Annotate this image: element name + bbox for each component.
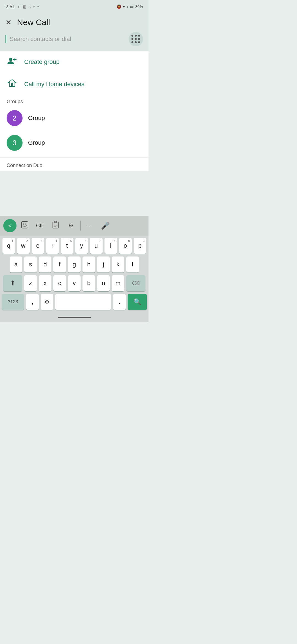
gif-label: GIF bbox=[36, 223, 44, 229]
clipboard-button[interactable] bbox=[48, 219, 63, 233]
call-home-item[interactable]: Call my Home devices bbox=[0, 73, 148, 95]
key-l[interactable]: l bbox=[126, 256, 139, 272]
signal-icon: ↑ bbox=[127, 4, 128, 9]
key-v[interactable]: v bbox=[68, 275, 81, 291]
cursor bbox=[6, 35, 6, 43]
key-row-1: 1 q 2 w 3 e 4 r 5 t 6 y bbox=[2, 238, 147, 254]
clipboard-icon bbox=[52, 221, 59, 230]
content-area: Create group Call my Home devices Groups… bbox=[0, 51, 148, 171]
connect-on-duo-label: Connect on Duo bbox=[0, 157, 148, 171]
svg-rect-4 bbox=[21, 222, 28, 228]
home-icon: ⌂ bbox=[28, 4, 31, 9]
num-sym-button[interactable]: ?123 bbox=[2, 294, 24, 310]
mic-icon: 🎤 bbox=[101, 222, 110, 230]
key-w[interactable]: 2 w bbox=[17, 238, 30, 254]
keyboard-back-button[interactable]: < bbox=[3, 219, 16, 232]
search-bar[interactable]: Search contacts or dial bbox=[0, 30, 148, 51]
call-home-label: Call my Home devices bbox=[24, 81, 84, 88]
keyboard: < GIF bbox=[0, 216, 148, 322]
search-input[interactable]: Search contacts or dial bbox=[10, 36, 126, 42]
call-home-icon bbox=[7, 79, 18, 89]
emoji-button[interactable]: ☺ bbox=[41, 294, 53, 310]
backspace-icon: ⌫ bbox=[132, 280, 140, 286]
search-button[interactable]: 🔍 bbox=[128, 294, 147, 310]
emoji-keyboard-icon bbox=[21, 221, 29, 230]
key-z[interactable]: z bbox=[24, 275, 37, 291]
svg-point-5 bbox=[23, 223, 24, 225]
gear-icon: ⚙ bbox=[68, 222, 74, 229]
key-e[interactable]: 3 e bbox=[32, 238, 44, 254]
dot-icon: • bbox=[37, 4, 39, 9]
location-icon: ◁ bbox=[17, 4, 20, 9]
key-g[interactable]: g bbox=[68, 256, 81, 272]
more-button[interactable]: ··· bbox=[83, 219, 97, 233]
header: ✕ New Call bbox=[0, 13, 148, 30]
num-sym-label: ?123 bbox=[8, 299, 18, 305]
close-button[interactable]: ✕ bbox=[6, 19, 12, 26]
space-button[interactable] bbox=[55, 294, 111, 310]
key-m[interactable]: m bbox=[112, 275, 124, 291]
svg-rect-8 bbox=[54, 221, 57, 223]
key-a[interactable]: a bbox=[10, 256, 22, 272]
settings-button[interactable]: ⚙ bbox=[64, 219, 78, 233]
key-k[interactable]: k bbox=[112, 256, 124, 272]
group-2-number: 2 bbox=[13, 114, 16, 122]
key-i[interactable]: 8 i bbox=[105, 238, 117, 254]
key-b[interactable]: b bbox=[82, 275, 95, 291]
group-2-item[interactable]: 2 Group bbox=[0, 106, 148, 130]
status-time: 2:51 bbox=[6, 4, 15, 10]
status-right: 🔕 ▾ ↑ ▭ 30% bbox=[117, 4, 143, 9]
home-indicator bbox=[58, 317, 91, 318]
key-r[interactable]: 4 r bbox=[46, 238, 59, 254]
keyboard-toolbar: < GIF bbox=[0, 216, 148, 236]
svg-point-3 bbox=[11, 83, 13, 84]
key-c[interactable]: c bbox=[53, 275, 66, 291]
bottom-bar bbox=[0, 314, 148, 322]
more-icon: ··· bbox=[87, 223, 93, 229]
battery-percent: 30% bbox=[135, 4, 143, 9]
backspace-button[interactable]: ⌫ bbox=[126, 275, 145, 291]
group-3-avatar: 3 bbox=[7, 135, 23, 151]
wifi-icon: ▾ bbox=[123, 4, 125, 9]
groups-section-header: Groups bbox=[0, 95, 148, 106]
shift-icon: ⬆ bbox=[10, 279, 15, 287]
battery-icon: ▭ bbox=[130, 4, 134, 9]
key-t[interactable]: 5 t bbox=[61, 238, 73, 254]
keyboard-rows: 1 q 2 w 3 e 4 r 5 t 6 y bbox=[0, 236, 148, 314]
shift-button[interactable]: ⬆ bbox=[3, 275, 22, 291]
key-p[interactable]: 0 p bbox=[134, 238, 146, 254]
group-2-avatar: 2 bbox=[7, 110, 23, 126]
gif-button[interactable]: GIF bbox=[33, 219, 47, 233]
key-period[interactable]: . bbox=[113, 294, 126, 310]
home2-icon: ⌂ bbox=[33, 4, 35, 9]
group-3-item[interactable]: 3 Group bbox=[0, 130, 148, 155]
emoji-icon: ☺ bbox=[44, 298, 50, 305]
group-3-number: 3 bbox=[13, 139, 16, 147]
mute-icon: 🔕 bbox=[117, 4, 121, 9]
key-h[interactable]: h bbox=[82, 256, 95, 272]
create-group-icon bbox=[7, 57, 18, 67]
mic-button[interactable]: 🎤 bbox=[98, 219, 112, 233]
key-f[interactable]: f bbox=[53, 256, 66, 272]
create-group-item[interactable]: Create group bbox=[0, 51, 148, 73]
key-o[interactable]: 9 o bbox=[119, 238, 132, 254]
key-x[interactable]: x bbox=[39, 275, 51, 291]
chevron-left-icon: < bbox=[8, 223, 12, 229]
key-n[interactable]: n bbox=[97, 275, 110, 291]
dialpad-button[interactable] bbox=[129, 32, 143, 46]
key-y[interactable]: 6 y bbox=[75, 238, 88, 254]
key-row-3: ⬆ z x c v b n m ⌫ bbox=[2, 275, 147, 291]
svg-point-0 bbox=[9, 58, 12, 61]
status-bar: 2:51 ◁ ▦ ⌂ ⌂ • 🔕 ▾ ↑ ▭ 30% bbox=[0, 0, 148, 13]
search-icon: 🔍 bbox=[134, 298, 141, 305]
group-2-name: Group bbox=[28, 114, 45, 122]
emoji-panel-button[interactable] bbox=[18, 219, 32, 233]
key-q[interactable]: 1 q bbox=[2, 238, 15, 254]
key-s[interactable]: s bbox=[24, 256, 37, 272]
key-j[interactable]: j bbox=[97, 256, 110, 272]
key-comma[interactable]: , bbox=[26, 294, 39, 310]
key-u[interactable]: 7 u bbox=[90, 238, 103, 254]
page-title: New Call bbox=[17, 18, 50, 27]
key-d[interactable]: d bbox=[39, 256, 51, 272]
create-group-label: Create group bbox=[24, 58, 59, 66]
